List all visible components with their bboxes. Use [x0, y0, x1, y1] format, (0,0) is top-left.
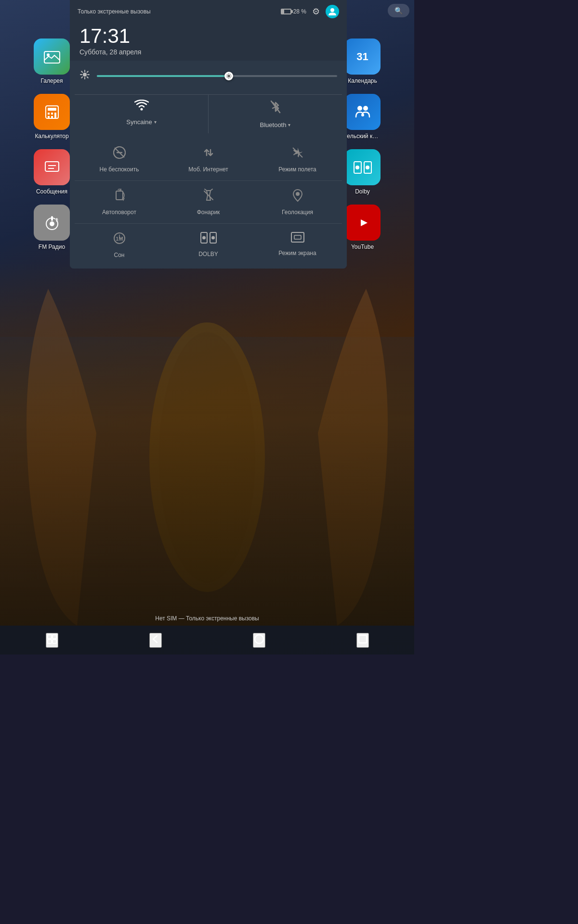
brightness-thumb[interactable]	[224, 72, 233, 80]
recent-apps-button[interactable]	[46, 633, 58, 648]
screen-mode-label: Режим экрана	[278, 250, 316, 257]
panel-topbar: Только экстренные вызовы 28 % ⚙	[70, 0, 347, 20]
sleep-icon: 1M	[112, 231, 127, 248]
quick-rotate[interactable]: Автоповорот	[75, 181, 164, 223]
gallery-icon-box	[34, 38, 70, 75]
battery-percent: 28 %	[293, 8, 306, 15]
quick-airplane[interactable]: Режим полета	[253, 138, 342, 180]
svg-line-48	[227, 77, 227, 78]
bottom-status-bar: Нет SIM — Только экстренные вызовы	[0, 611, 414, 626]
svg-rect-11	[51, 116, 53, 118]
dolby-icon-box	[344, 149, 381, 185]
youtube-icon-box	[344, 205, 381, 241]
dnd-icon	[113, 146, 126, 162]
bottom-nav	[0, 626, 414, 654]
svg-line-47	[230, 74, 231, 75]
brightness-slider[interactable]	[97, 75, 337, 77]
airplane-label: Режим полета	[278, 166, 316, 173]
quick-mobile-data[interactable]: Моб. Интернет	[164, 138, 253, 180]
panel-topbar-right: 28 % ⚙	[281, 5, 339, 18]
calendar-icon-box: 31	[344, 38, 381, 75]
sleep-label: Сон	[114, 252, 125, 258]
svg-rect-27	[56, 218, 57, 222]
location-svg	[291, 189, 304, 202]
parent-icon-box	[344, 94, 381, 130]
dolby-label: Dolby	[355, 188, 370, 195]
bluetooth-label: Bluetooth	[260, 121, 287, 128]
svg-rect-6	[48, 108, 56, 111]
apps-button[interactable]	[356, 633, 369, 648]
search-bar[interactable]: 🔍	[388, 4, 409, 17]
svg-rect-9	[54, 113, 56, 115]
battery-info: 28 %	[281, 8, 306, 15]
svg-point-15	[361, 114, 364, 116]
svg-rect-72	[294, 235, 301, 239]
location-label: Геолокация	[282, 209, 313, 216]
svg-point-13	[357, 106, 362, 111]
calculator-icon-box	[34, 94, 70, 130]
parent-label: тельский кон...	[344, 133, 381, 140]
svg-point-31	[83, 73, 87, 77]
settings-gear-icon[interactable]: ⚙	[312, 6, 320, 17]
thumb-sun-svg	[225, 73, 232, 79]
dolby-quick-icon	[200, 231, 217, 247]
battery-fill	[282, 10, 284, 13]
svg-rect-7	[48, 113, 50, 115]
quick-screen-mode[interactable]: Режим экрана	[253, 224, 342, 266]
user-avatar[interactable]	[326, 5, 339, 18]
svg-line-37	[87, 77, 88, 78]
home-icon	[254, 634, 264, 644]
bluetooth-toggle[interactable]: Bluetooth ▾	[209, 94, 342, 133]
home-button[interactable]	[253, 633, 265, 648]
quick-dnd[interactable]: Не беспокоить	[75, 138, 164, 180]
svg-point-21	[355, 166, 359, 169]
quick-location[interactable]: Геолокация	[253, 181, 342, 223]
svg-rect-12	[54, 115, 56, 118]
back-button[interactable]	[149, 633, 162, 648]
brightness-row	[70, 61, 347, 90]
gallery-label: Галерея	[40, 77, 63, 84]
dnd-label: Не беспокоить	[100, 166, 139, 173]
avatar-svg	[328, 7, 337, 16]
svg-line-45	[227, 74, 227, 75]
time-section: 17:31 Суббота, 28 апреля	[70, 20, 347, 61]
quick-dolby[interactable]: DOLBY	[164, 224, 253, 266]
sleep-svg: 1M	[112, 231, 127, 245]
clock-display: 17:31	[79, 26, 337, 46]
rotate-svg	[113, 189, 126, 202]
flashlight-icon	[202, 189, 215, 205]
svg-point-69	[202, 236, 206, 240]
mobile-data-icon	[202, 146, 215, 162]
notification-panel: Только экстренные вызовы 28 % ⚙ 17:31 Су…	[70, 0, 347, 269]
svg-point-70	[211, 236, 215, 240]
toggle-row: Syncaine ▾ Bluetooth ▾	[70, 90, 347, 133]
svg-rect-74	[53, 635, 56, 639]
svg-rect-73	[48, 635, 52, 639]
bluetooth-dropdown-arrow: ▾	[288, 122, 290, 128]
quick-sleep[interactable]: 1M Сон	[75, 224, 164, 266]
radio-svg	[43, 214, 61, 231]
screen-mode-svg	[290, 231, 305, 243]
calculator-label: Калькулятор	[35, 133, 68, 140]
svg-rect-25	[51, 216, 53, 221]
mobile-data-svg	[202, 146, 215, 159]
svg-point-30	[330, 8, 334, 12]
svg-point-14	[363, 106, 368, 111]
bluetooth-label-row: Bluetooth ▾	[260, 121, 291, 128]
svg-point-49	[140, 108, 143, 111]
wifi-network-name: Syncaine	[126, 118, 152, 126]
svg-point-22	[366, 166, 369, 169]
no-sim-text: Нет SIM — Только экстренные вызовы	[155, 615, 259, 622]
wifi-dropdown-arrow: ▾	[154, 119, 157, 125]
svg-line-38	[87, 71, 88, 72]
svg-line-36	[81, 71, 82, 72]
svg-point-24	[50, 221, 54, 226]
svg-rect-78	[359, 635, 367, 643]
wifi-toggle[interactable]: Syncaine ▾	[75, 94, 208, 133]
bluetooth-svg	[270, 100, 281, 114]
brightness-low-icon	[79, 69, 90, 83]
quick-flashlight[interactable]: Фонарик	[164, 181, 253, 223]
svg-point-77	[255, 635, 263, 643]
wifi-label-row: Syncaine ▾	[126, 118, 156, 126]
search-icon: 🔍	[394, 7, 403, 14]
